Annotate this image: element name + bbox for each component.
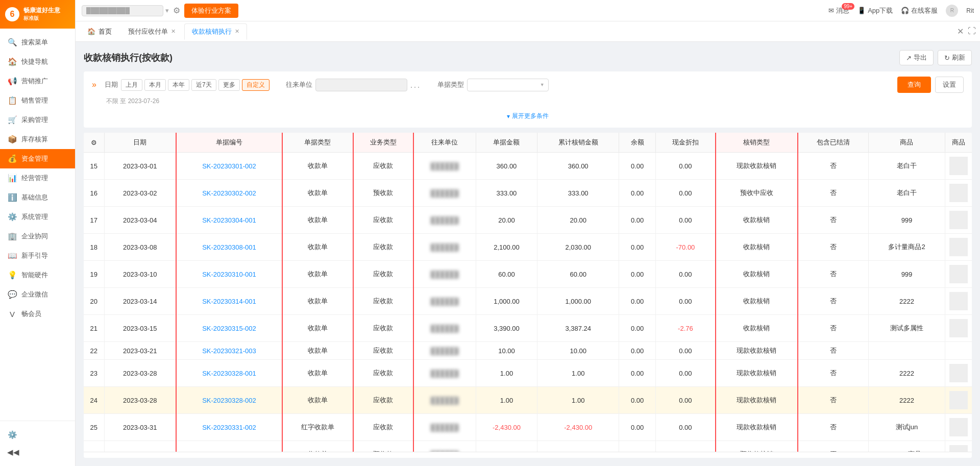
sidebar-item-basic[interactable]: ℹ️ 基础信息 [0,188,75,207]
date-btn-more[interactable]: 更多 [218,79,240,91]
settings-icon: ⚙️ [7,430,17,439]
sidebar-item-finance[interactable]: 💰 资金管理 [0,149,75,168]
doc-no-link[interactable]: SK-20230310-001 [202,271,256,278]
date-btn-last-month[interactable]: 上月 [121,79,142,91]
cell-verify-type: 预收款核销 [716,441,798,452]
col-goods1: 商品 [868,133,945,153]
cell-include-settled: 否 [798,441,869,452]
cell-discount: -70.00 [656,234,716,261]
cell-goods2 [945,315,972,342]
date-btn-custom[interactable]: 自定义 [242,79,270,91]
tab-prepay[interactable]: 预付应收付单 ✕ [120,23,183,40]
cell-partner: ██████ [413,180,476,207]
doc-no-link[interactable]: SK-20230328-002 [202,397,256,404]
sidebar-label-inventory: 库存核算 [21,135,48,144]
table-scroll[interactable]: ⚙ 日期 单据编号 单据类型 业务类型 往来单位 单据金额 累计核销金额 余额 … [84,133,972,452]
refresh-btn[interactable]: ↻ 刷新 [938,50,972,65]
sidebar-item-business[interactable]: 📊 经营管理 [0,168,75,188]
col-goods2: 商品 [945,133,972,153]
sidebar-label-enterprise: 企业协同 [21,232,48,241]
sidebar-item-system[interactable]: ⚙️ 系统管理 [0,207,75,227]
industry-btn[interactable]: 体验行业方案 [184,4,238,18]
tab-home[interactable]: 🏠 首页 [80,23,119,40]
sidebar-item-settings[interactable]: ⚙️ [0,426,75,444]
doc-no-link[interactable]: SK-20230321-003 [202,347,256,355]
cell-amount: 1,000.00 [476,288,537,315]
user-avatar[interactable]: R [946,5,958,17]
messages-item[interactable]: ✉ 消息 99+ [828,6,849,15]
cell-discount: 0.00 [656,207,716,234]
doc-no-link[interactable]: SK-20230315-002 [202,325,256,332]
doc-no-link[interactable]: SK-20230302-002 [202,189,256,197]
date-btn-7days[interactable]: 近7天 [191,79,216,91]
cell-biz-type: 应收款 [353,360,413,387]
cell-doc-no: SK-20230328-002 [176,387,282,414]
sidebar-item-guide[interactable]: 📖 新手引导 [0,246,75,265]
doc-no-link[interactable]: SK-20230314-001 [202,298,256,305]
partner-input[interactable] [315,79,407,91]
cell-biz-type: 应收款 [353,342,413,360]
sidebar-item-wechat[interactable]: 💬 企业微信 [0,285,75,304]
cell-no: 19 [84,261,104,288]
sidebar-label-sales: 销售管理 [21,96,48,105]
cell-doc-no: SK-20230403-002 [176,441,282,452]
sidebar-item-sales[interactable]: 📋 销售管理 [0,91,75,110]
filter-expand-toggle[interactable]: » [92,80,96,89]
export-btn[interactable]: ↗ 导出 [899,50,934,65]
tab-collection-close[interactable]: ✕ [235,28,239,35]
sidebar-item-collapse[interactable]: ◀◀ [0,444,75,461]
cell-doc-no: SK-20230314-001 [176,288,282,315]
sales-icon: 📋 [7,96,17,105]
doc-no-link[interactable]: SK-20230301-002 [202,162,256,170]
cell-doc-type: 收款单 [282,387,353,414]
expand-arrow-icon[interactable]: » [92,80,96,89]
partner-dots[interactable]: ... [410,80,421,90]
dropdown-icon[interactable]: ▾ [165,7,169,14]
cell-doc-type: 收款单 [282,153,353,180]
sidebar-item-enterprise[interactable]: 🏢 企业协同 [0,227,75,246]
sidebar-item-member[interactable]: V 畅会员 [0,304,75,324]
table-scrollbar-area[interactable] [84,452,972,458]
doc-no-link[interactable]: SK-20230304-001 [202,216,256,224]
cell-amount: 3,390.00 [476,315,537,342]
sidebar-item-inventory[interactable]: 📦 库存核算 [0,130,75,149]
gear-icon[interactable]: ⚙ [173,6,180,15]
filter-area: » 日期 上月 本月 本年 近7天 更多 自定义 往来单位 [84,71,972,128]
wechat-icon: 💬 [7,290,17,299]
message-icon: ✉ [828,7,834,14]
app-download-item[interactable]: 📱 App下载 [857,6,893,15]
col-amount: 单据金额 [476,133,537,153]
query-btn[interactable]: 查询 [897,77,931,93]
doc-no-link[interactable]: SK-20230308-001 [202,243,256,251]
sidebar-label-wechat: 企业微信 [21,290,48,299]
tab-collection[interactable]: 收款核销执行 ✕ [184,23,247,40]
date-btn-this-month[interactable]: 本月 [144,79,166,91]
search-input[interactable] [82,5,163,16]
cell-goods1: 多计量商品2 [868,234,945,261]
cell-goods1: 999 [868,207,945,234]
tab-prepay-close[interactable]: ✕ [171,28,176,35]
sidebar-item-quick-nav[interactable]: 🏠 快捷导航 [0,52,75,71]
sidebar-item-search[interactable]: 🔍 搜索菜单 [0,33,75,52]
sidebar-item-marketing[interactable]: 📢 营销推广 [0,71,75,91]
sidebar-item-hardware[interactable]: 💡 智能硬件 [0,265,75,285]
expand-conditions-btn[interactable]: ▾ 展开更多条件 [507,112,549,120]
sidebar-item-purchase[interactable]: 🛒 采购管理 [0,110,75,130]
cell-verify-type: 预收中应收 [716,180,798,207]
enterprise-icon: 🏢 [7,232,17,241]
doc-no-link[interactable]: SK-20230328-001 [202,370,256,377]
tab-expand-icon[interactable]: ⛶ [968,27,976,36]
tab-close-all-icon[interactable]: ✕ [957,27,964,36]
cell-partner: ██████ [413,315,476,342]
message-badge: 99+ [842,3,854,10]
settings-btn[interactable]: 设置 [935,77,964,93]
cell-date: 2023-03-28 [104,360,176,387]
col-gear[interactable]: ⚙ [84,133,104,153]
cell-verify-type: 现款收款核销 [716,360,798,387]
online-service-item[interactable]: 🎧 在线客服 [901,6,938,15]
date-btn-this-year[interactable]: 本年 [168,79,189,91]
cell-doc-no: SK-20230310-001 [176,261,282,288]
doc-type-select[interactable] [467,79,549,91]
search-icon: 🔍 [7,38,17,47]
doc-no-link[interactable]: SK-20230331-002 [202,424,256,431]
